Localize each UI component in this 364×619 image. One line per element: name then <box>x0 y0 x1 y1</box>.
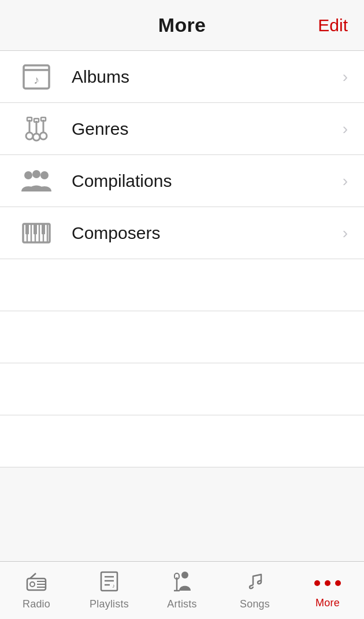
composers-chevron: › <box>343 224 348 242</box>
svg-text:♪: ♪ <box>34 73 39 86</box>
albums-label: Albums <box>72 67 343 87</box>
svg-point-26 <box>30 582 35 587</box>
svg-rect-11 <box>34 119 39 122</box>
list-item-genres[interactable]: Genres › <box>0 103 364 155</box>
empty-row-2 <box>0 311 364 363</box>
tab-radio[interactable]: Radio <box>0 562 73 619</box>
tab-bar: Radio ♪ Playlists <box>0 561 364 619</box>
svg-point-9 <box>33 134 40 141</box>
dot-3 <box>335 580 341 586</box>
nav-bar: More Edit <box>0 0 364 51</box>
svg-text:♪: ♪ <box>112 583 115 589</box>
artists-label: Artists <box>167 598 196 610</box>
albums-icon: ♪ <box>16 60 57 94</box>
empty-row-3 <box>0 363 364 415</box>
svg-rect-7 <box>27 117 32 121</box>
tab-artists[interactable]: Artists <box>146 562 218 619</box>
songs-icon <box>244 570 266 595</box>
empty-row-4 <box>0 415 364 467</box>
svg-rect-22 <box>25 224 29 234</box>
tab-more[interactable]: More <box>291 562 364 619</box>
compilations-chevron: › <box>343 172 348 190</box>
nav-title: More <box>158 14 206 36</box>
genres-icon <box>16 112 57 146</box>
songs-label: Songs <box>240 598 270 610</box>
list-item-composers[interactable]: Composers › <box>0 207 364 259</box>
radio-label: Radio <box>23 598 50 610</box>
genres-chevron: › <box>343 120 348 138</box>
svg-point-3 <box>26 132 33 139</box>
compilations-icon <box>16 164 57 198</box>
svg-point-13 <box>40 171 49 179</box>
svg-rect-24 <box>42 224 45 234</box>
svg-rect-8 <box>41 117 46 121</box>
svg-point-14 <box>32 170 40 178</box>
list-item-albums[interactable]: ♪ Albums › <box>0 51 364 103</box>
playlists-icon: ♪ <box>98 570 120 595</box>
svg-point-4 <box>40 132 47 139</box>
genres-label: Genres <box>72 119 343 139</box>
menu-list: ♪ Albums › Genres › <box>0 51 364 467</box>
radio-icon <box>25 570 47 595</box>
svg-point-36 <box>181 572 188 579</box>
albums-chevron: › <box>343 68 348 86</box>
svg-rect-23 <box>34 224 37 234</box>
composers-icon <box>16 216 57 250</box>
list-item-compilations[interactable]: Compilations › <box>0 155 364 207</box>
compilations-label: Compilations <box>72 171 343 191</box>
dot-1 <box>314 580 320 586</box>
more-label: More <box>315 597 340 609</box>
tab-playlists[interactable]: ♪ Playlists <box>73 562 146 619</box>
more-icon <box>314 572 341 594</box>
edit-button[interactable]: Edit <box>318 16 348 35</box>
dot-2 <box>325 580 330 586</box>
playlists-label: Playlists <box>90 598 129 610</box>
artists-icon <box>171 570 193 595</box>
composers-label: Composers <box>72 223 343 243</box>
empty-row-1 <box>0 259 364 311</box>
tab-songs[interactable]: Songs <box>218 562 291 619</box>
svg-point-12 <box>24 171 32 179</box>
svg-line-30 <box>30 573 36 579</box>
